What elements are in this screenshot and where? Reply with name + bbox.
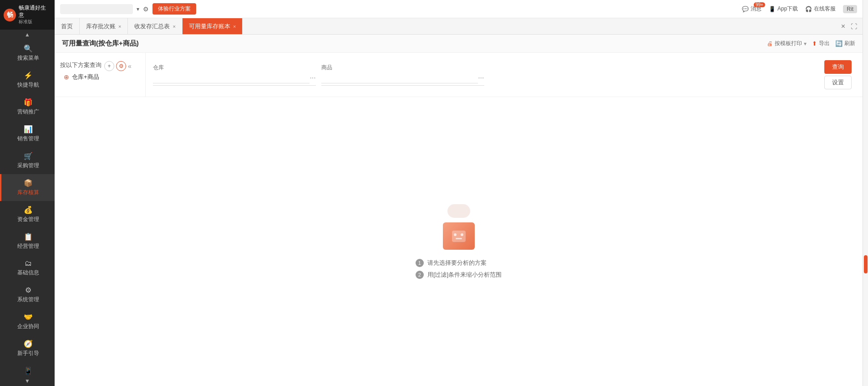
service-label: 在线客服 [814,5,836,13]
product-label: 商品 [321,64,484,72]
empty-hints: 1 请先选择要分析的方案 2 用[过滤]条件来缩小分析范围 [416,259,502,279]
mobile-icon: 📱 [24,366,33,375]
sidebar-item-finance[interactable]: 💰 资金管理 [0,201,55,228]
tabs-maximize-icon[interactable]: ⛶ [849,21,859,32]
money-icon: 💰 [24,206,33,214]
print-icon: 🖨 [767,40,773,47]
sidebar-item-label: 库存核算 [17,189,39,196]
product-more-icon[interactable]: ··· [478,74,484,82]
filter-label-text: 按以下方案查询 [60,61,102,69]
clipboard-icon: 📋 [24,232,33,241]
sidebar-item-label: 经营管理 [17,242,39,250]
message-icon: 💬 [742,6,749,12]
sidebar-item-marketing[interactable]: 🎁 营销推广 [0,93,55,120]
box-illustration [443,222,475,250]
sidebar-item-label: 新手引导 [17,350,39,357]
page-title: 可用量查询(按仓库+商品) [62,39,139,48]
sidebar-item-label: 系统管理 [17,296,39,304]
page-header-actions: 🖨 按模板打印 ▾ ⬆ 导出 🔄 刷新 [767,40,855,47]
sidebar-item-newbie[interactable]: 🧭 新手引导 [0,335,55,362]
product-input[interactable] [321,72,478,83]
scrollbar-thumb[interactable] [864,255,868,273]
warehouse-input[interactable] [153,72,310,83]
topbar-user[interactable]: Rit [843,5,857,13]
scheme-item-warehouse-product[interactable]: ⊕ 仓库+商品 [60,71,140,83]
tab-batch[interactable]: 库存批次账 × [80,18,128,34]
sidebar-item-label: 搜索菜单 [17,54,39,62]
topbar-right: 💬 消息 99+ 📱 App下载 🎧 在线客服 Rit [742,5,857,13]
scheme-list: ⊕ 仓库+商品 [60,71,140,83]
sidebar-item-enterprise[interactable]: 🤝 企业协同 [0,308,55,335]
topbar-app-download[interactable]: 📱 App下载 [769,5,798,13]
tab-home[interactable]: 首页 [55,18,80,34]
export-action[interactable]: ⬆ 导出 [812,40,830,47]
scheme-settings-button[interactable]: ⚙ [116,61,126,71]
empty-hint-1: 1 请先选择要分析的方案 [416,259,502,267]
cloud-decoration [447,204,470,218]
topbar-gear-icon[interactable]: ⚙ [143,5,149,13]
sidebar-item-label: 企业协同 [17,323,39,330]
tab-available[interactable]: 可用量库存账本 × [183,18,243,34]
topbar-dropdown-icon[interactable]: ▾ [137,6,139,12]
topbar-search-input[interactable] [60,4,133,14]
warehouse-more-icon[interactable]: ··· [310,74,315,82]
compass-icon: 🧭 [24,340,33,348]
sidebar-item-inventory[interactable]: 📦 库存核算 [0,174,55,201]
filter-fields-area: 仓库 ··· 商品 ··· [146,53,863,97]
sidebar-item-purchase[interactable]: 🛒 采购管理 [0,147,55,174]
print-dropdown-icon[interactable]: ▾ [804,41,807,47]
industry-solution-button[interactable]: 体验行业方案 [152,3,196,15]
gift-icon: 🎁 [24,98,33,107]
sidebar-item-search[interactable]: 🔍 搜索菜单 [0,40,55,67]
add-scheme-button[interactable]: + [104,61,114,71]
export-icon: ⬆ [812,40,817,47]
tab-available-close[interactable]: × [233,24,236,29]
warehouse-label: 仓库 [153,64,316,72]
sidebar-nav: 🔍 搜索菜单 ⚡ 快捷导航 🎁 营销推广 📊 销售管理 🛒 采购管理 📦 库存核… [0,40,55,376]
filter-area: 按以下方案查询 + ⚙ « ⊕ 仓库+商品 [55,53,863,97]
sidebar-item-operations[interactable]: 📋 经营管理 [0,228,55,255]
scheme-label: 仓库+商品 [72,73,99,81]
refresh-label: 刷新 [844,40,855,47]
sidebar-scroll-up[interactable]: ▲ [0,30,55,40]
sidebar-header: 畅 畅康通好生意 标准版 [0,0,55,30]
tabs-bar-right: × ⛶ [839,21,863,32]
empty-hint-2: 2 用[过滤]条件来缩小分析范围 [416,271,502,279]
sidebar-scroll-down[interactable]: ▼ [0,376,55,386]
topbar-message[interactable]: 💬 消息 99+ [742,5,761,13]
service-icon: 🎧 [805,6,812,12]
query-button[interactable]: 查询 [824,60,852,74]
app-logo: 畅 [4,9,16,21]
user-label: Rit [847,6,853,12]
sidebar-item-label: 营销推广 [17,108,39,116]
template-print-action[interactable]: 🖨 按模板打印 ▾ [767,40,807,47]
app-version: 标准版 [19,19,51,25]
hint-num-1: 1 [416,259,424,267]
page-header: 可用量查询(按仓库+商品) 🖨 按模板打印 ▾ ⬆ 导出 🔄 刷新 [55,35,863,53]
query-btn-area: 查询 设置 [821,57,855,93]
filter-actions: + ⚙ « [104,59,132,71]
box-face [452,231,466,242]
chart-icon: 📊 [24,125,33,134]
tab-summary[interactable]: 收发存汇总表 × [128,18,182,34]
right-scrollbar [863,0,868,386]
message-badge: 99+ [754,2,765,7]
scheme-icon: ⊕ [64,73,69,81]
tab-summary-close[interactable]: × [173,24,175,29]
sidebar-item-apps[interactable]: 📱 应用中心 [0,362,55,376]
sidebar-item-system[interactable]: ⚙ 系统管理 [0,281,55,308]
search-icon: 🔍 [24,44,33,53]
tab-batch-close[interactable]: × [118,24,121,29]
refresh-action[interactable]: 🔄 刷新 [835,40,855,47]
sidebar-item-shortcuts[interactable]: ⚡ 快捷导航 [0,67,55,93]
sidebar: 畅 畅康通好生意 标准版 ▲ 🔍 搜索菜单 ⚡ 快捷导航 🎁 营销推广 📊 销售… [0,0,55,386]
tabs-close-icon[interactable]: × [839,21,847,32]
topbar-online-service[interactable]: 🎧 在线客服 [805,5,836,13]
hint-text-1: 请先选择要分析的方案 [427,259,487,267]
sidebar-item-sales[interactable]: 📊 销售管理 [0,120,55,147]
settings-button[interactable]: 设置 [824,76,852,89]
collapse-button[interactable]: « [128,62,132,70]
main-area: ▾ ⚙ 体验行业方案 💬 消息 99+ 📱 App下载 🎧 在线客服 Rit [55,0,863,386]
sidebar-item-basic[interactable]: 🗂 基础信息 [0,255,55,281]
filter-label: 按以下方案查询 + ⚙ « [60,57,140,71]
